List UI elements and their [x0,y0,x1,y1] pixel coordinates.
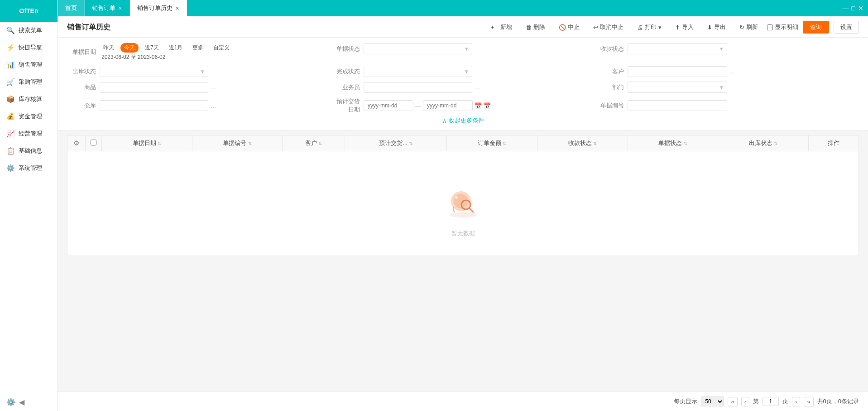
page-unit: 页 [782,397,788,406]
customer-label: 客户 [595,68,628,76]
collapse-sidebar-icon[interactable]: ◀ [19,398,24,406]
new-icon: ＋ [489,23,495,31]
customer-dots[interactable]: ... [727,66,738,77]
goods-input[interactable] [100,82,208,93]
sort-outbound-status-icon[interactable]: ⇅ [774,141,777,146]
sidebar-item-management[interactable]: 📈 经营管理 [0,125,58,142]
tab-sales-order-history-close[interactable]: ✕ [175,5,179,11]
per-page-select[interactable]: 10 20 50 100 [701,396,724,406]
th-checkbox [86,135,102,151]
tab-sales-order[interactable]: 销售订单 ✕ [85,0,130,16]
new-button[interactable]: ＋ + 新增 [485,21,517,33]
sidebar-item-quicknav[interactable]: ⚡ 快捷导航 [0,39,58,56]
gear-button[interactable]: ⚙ [73,139,79,147]
filter-area: 单据日期 昨天 今天 近7天 近1月 更多 自定义 2023-06-02 至 2… [58,38,868,131]
warehouse-dots[interactable]: ... [208,101,219,111]
cancel-stop-button[interactable]: ↩ 取消中止 [589,21,628,33]
select-all-checkbox[interactable] [91,140,96,145]
outbound-status-select[interactable]: ▾ [100,66,208,77]
table-area: ⚙ 单据日期 ⇅ 单据编号 ⇅ [58,131,868,392]
goods-label: 商品 [67,83,100,92]
salesperson-input[interactable] [364,82,472,93]
goods-dots[interactable]: ... [208,82,219,92]
empty-text: 暂无数据 [451,229,475,237]
first-page-button[interactable]: « [728,397,737,406]
bill-number-input[interactable] [628,100,727,111]
expected-date-end-input[interactable] [423,100,473,111]
sales-icon: 📊 [6,61,15,69]
sidebar-item-system[interactable]: ⚙️ 系统管理 [0,160,58,177]
inventory-icon: 📦 [6,95,15,103]
date-filter: 昨天 今天 近7天 近1月 更多 自定义 [100,43,233,53]
date-chip-today[interactable]: 今天 [120,43,139,53]
page-input[interactable] [762,397,779,406]
sort-bill-number-icon[interactable]: ⇅ [248,141,252,146]
bill-status-dropdown-icon: ▾ [465,45,468,52]
last-page-button[interactable]: » [804,397,813,406]
date-chip-yesterday[interactable]: 昨天 [100,43,118,53]
delete-button[interactable]: 🗑 删除 [521,21,550,33]
next-page-button[interactable]: › [792,397,800,406]
calendar-start-icon[interactable]: 📅 [475,102,482,109]
basic-icon: 📋 [6,147,15,155]
svg-point-5 [455,196,458,199]
tab-sales-order-close[interactable]: ✕ [118,5,122,11]
sidebar-item-inventory[interactable]: 📦 库存核算 [0,91,58,108]
close-window-icon[interactable]: ✕ [858,5,863,12]
sort-order-amount-icon[interactable]: ⇅ [503,141,506,146]
th-payment-status: 收款状态 ⇅ [537,135,628,151]
tab-home[interactable]: 首页 [58,0,85,16]
sidebar-item-management-label: 经营管理 [19,130,42,138]
sort-expected-date-icon[interactable]: ⇅ [409,141,412,146]
date-chip-custom[interactable]: 自定义 [210,43,233,53]
date-chip-1month[interactable]: 近1月 [165,43,187,53]
sidebar-item-sales[interactable]: 📊 销售管理 [0,56,58,73]
date-chip-more[interactable]: 更多 [189,43,207,53]
prev-page-button[interactable]: ‹ [741,397,749,406]
import-button[interactable]: ⬆ 导入 [671,21,698,33]
department-select[interactable]: ▾ [628,82,727,93]
display-detail-toggle[interactable]: 显示明细 [767,23,798,31]
sort-bill-status-icon[interactable]: ⇅ [684,141,687,146]
sidebar-item-purchase[interactable]: 🛒 采购管理 [0,73,58,91]
sort-customer-icon[interactable]: ⇅ [318,141,322,146]
empty-illustration [441,179,486,224]
expected-date-start-input[interactable] [364,100,413,111]
sidebar-bottom: ⚙️ ◀ [0,393,58,411]
salesperson-dots[interactable]: ... [472,82,483,92]
minimize-icon[interactable]: — [843,5,849,12]
sidebar-item-basic[interactable]: 📋 基础信息 [0,142,58,160]
bill-number-label: 单据编号 [595,102,628,110]
cancel-stop-icon: ↩ [593,24,598,31]
sort-payment-status-icon[interactable]: ⇅ [593,141,597,146]
setting-button[interactable]: 设置 [834,21,859,34]
stop-button[interactable]: 🚫 中止 [554,21,584,33]
query-button[interactable]: 查询 [803,21,829,34]
date-chip-7days[interactable]: 近7天 [141,43,163,53]
print-icon: 🖨 [637,24,643,31]
payment-status-select[interactable]: ▾ [628,43,727,54]
collapse-button[interactable]: ∧ 收起更多条件 [442,116,484,125]
collapse-row: ∧ 收起更多条件 [67,116,859,125]
print-button[interactable]: 🖨 打印 ▾ [633,21,666,33]
maximize-icon[interactable]: □ [852,5,855,12]
sort-bill-date-icon[interactable]: ⇅ [158,141,161,146]
display-detail-checkbox[interactable] [767,24,773,30]
th-customer: 客户 ⇅ [283,135,345,151]
quicknav-icon: ⚡ [6,44,15,52]
bill-status-select[interactable]: ▾ [364,43,472,54]
calendar-end-icon[interactable]: 📅 [484,102,491,109]
export-button[interactable]: ⬇ 导出 [703,21,730,33]
th-expected-date: 预计交货... ⇅ [345,135,447,151]
sidebar-item-finance-label: 资金管理 [19,112,42,121]
sidebar-item-search[interactable]: 🔍 搜索菜单 [0,22,58,39]
complete-status-select[interactable]: ▾ [364,66,472,77]
settings-bottom-icon[interactable]: ⚙️ [6,398,15,406]
complete-status-dropdown-icon: ▾ [465,68,468,75]
warehouse-input[interactable] [100,100,208,111]
refresh-icon: ↻ [739,24,744,31]
customer-input[interactable] [628,66,727,77]
refresh-button[interactable]: ↻ 刷新 [735,21,762,33]
sidebar-item-finance[interactable]: 💰 资金管理 [0,108,58,125]
tab-sales-order-history[interactable]: 销售订单历史 ✕ [130,0,187,16]
